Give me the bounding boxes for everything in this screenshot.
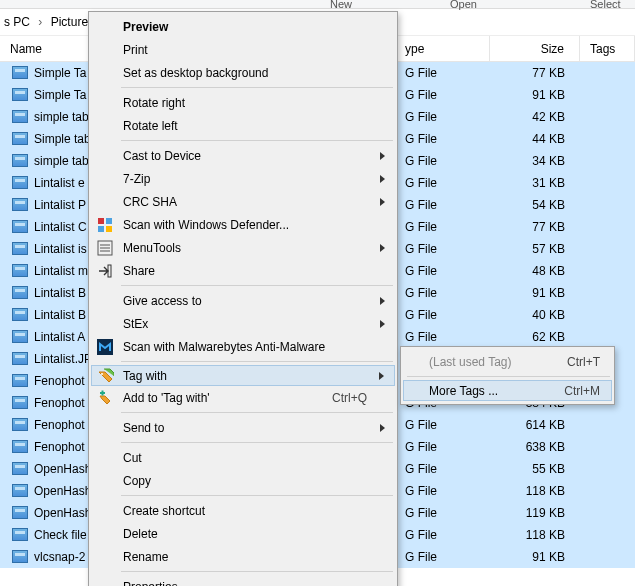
chevron-right-icon	[380, 198, 385, 206]
file-tags	[580, 128, 635, 150]
header-size[interactable]: Size	[490, 36, 580, 61]
file-type: G File	[395, 436, 490, 458]
menu-cut[interactable]: Cut	[91, 446, 395, 469]
menu-share[interactable]: Share	[91, 259, 395, 282]
header-type[interactable]: ype	[395, 36, 490, 61]
file-size: 638 KB	[490, 436, 580, 458]
ribbon-new-label: New	[330, 0, 352, 10]
menu-separator	[121, 442, 393, 443]
image-file-icon	[12, 286, 28, 299]
file-name: Fenophot	[34, 374, 85, 388]
crumb-pc[interactable]: s PC	[4, 15, 30, 29]
file-type: G File	[395, 62, 490, 84]
menu-rotate-right[interactable]: Rotate right	[91, 91, 395, 114]
menu-set-desktop-background[interactable]: Set as desktop background	[91, 61, 395, 84]
menu-menutools[interactable]: MenuTools	[91, 236, 395, 259]
chevron-right-icon	[380, 297, 385, 305]
file-type: G File	[395, 194, 490, 216]
file-name: Simple tab	[34, 132, 91, 146]
menu-cast-to-device[interactable]: Cast to Device	[91, 144, 395, 167]
menu-rotate-left[interactable]: Rotate left	[91, 114, 395, 137]
image-file-icon	[12, 264, 28, 277]
shield-icon	[97, 217, 113, 233]
menu-crc-sha[interactable]: CRC SHA	[91, 190, 395, 213]
file-size: 77 KB	[490, 216, 580, 238]
file-name: Lintalist B	[34, 308, 86, 322]
menu-create-shortcut[interactable]: Create shortcut	[91, 499, 395, 522]
ribbon-open-label: Open	[450, 0, 477, 10]
menu-scan-malwarebytes[interactable]: Scan with Malwarebytes Anti-Malware	[91, 335, 395, 358]
menu-properties[interactable]: Properties	[91, 575, 395, 586]
image-file-icon	[12, 352, 28, 365]
image-file-icon	[12, 198, 28, 211]
image-file-icon	[12, 176, 28, 189]
file-name: Fenophot	[34, 418, 85, 432]
menu-tag-with[interactable]: Tag with	[91, 365, 395, 386]
file-name: OpenHash	[34, 462, 91, 476]
file-tags	[580, 524, 635, 546]
file-name: Lintalist B	[34, 286, 86, 300]
tag-icon	[98, 368, 114, 384]
file-name: Lintalist.JP	[34, 352, 92, 366]
image-file-icon	[12, 396, 28, 409]
file-size: 34 KB	[490, 150, 580, 172]
menu-stex[interactable]: StEx	[91, 312, 395, 335]
file-tags	[580, 546, 635, 568]
menu-print[interactable]: Print	[91, 38, 395, 61]
file-type: G File	[395, 150, 490, 172]
menu-copy[interactable]: Copy	[91, 469, 395, 492]
file-tags	[580, 282, 635, 304]
file-type: G File	[395, 326, 490, 348]
menu-7zip[interactable]: 7-Zip	[91, 167, 395, 190]
svg-rect-0	[98, 218, 104, 224]
menu-delete[interactable]: Delete	[91, 522, 395, 545]
svg-rect-3	[106, 226, 112, 232]
menu-send-to[interactable]: Send to	[91, 416, 395, 439]
menu-scan-defender[interactable]: Scan with Windows Defender...	[91, 213, 395, 236]
menu-preview[interactable]: Preview	[91, 15, 395, 38]
image-file-icon	[12, 550, 28, 563]
image-file-icon	[12, 462, 28, 475]
file-size: 40 KB	[490, 304, 580, 326]
image-file-icon	[12, 220, 28, 233]
image-file-icon	[12, 154, 28, 167]
file-size: 118 KB	[490, 524, 580, 546]
file-size: 77 KB	[490, 62, 580, 84]
file-size: 44 KB	[490, 128, 580, 150]
chevron-right-icon	[380, 320, 385, 328]
file-size: 42 KB	[490, 106, 580, 128]
file-size: 91 KB	[490, 84, 580, 106]
chevron-right-icon	[380, 175, 385, 183]
svg-rect-2	[98, 226, 104, 232]
file-tags	[580, 62, 635, 84]
menu-separator	[121, 412, 393, 413]
ribbon-select-label: Select	[590, 0, 621, 10]
file-name: Simple Ta	[34, 88, 86, 102]
file-size: 91 KB	[490, 546, 580, 568]
file-type: G File	[395, 172, 490, 194]
file-tags	[580, 216, 635, 238]
file-size: 62 KB	[490, 326, 580, 348]
file-name: Lintalist P	[34, 198, 86, 212]
submenu-more-tags[interactable]: More Tags ... Ctrl+M	[403, 380, 612, 401]
file-tags	[580, 480, 635, 502]
chevron-right-icon	[380, 424, 385, 432]
file-tags	[580, 326, 635, 348]
file-tags	[580, 238, 635, 260]
file-tags	[580, 436, 635, 458]
file-size: 57 KB	[490, 238, 580, 260]
chevron-right-icon	[380, 244, 385, 252]
menu-rename[interactable]: Rename	[91, 545, 395, 568]
file-name: Check file	[34, 528, 87, 542]
file-name: Lintalist C	[34, 220, 87, 234]
menu-separator	[121, 87, 393, 88]
chevron-right-icon	[379, 372, 384, 380]
file-name: simple tab	[34, 154, 89, 168]
file-type: G File	[395, 216, 490, 238]
submenu-last-used-tag[interactable]: (Last used Tag) Ctrl+T	[403, 350, 612, 373]
file-type: G File	[395, 414, 490, 436]
menu-add-to-tag-with[interactable]: Add to 'Tag with'Ctrl+Q	[91, 386, 395, 409]
file-size: 118 KB	[490, 480, 580, 502]
menu-give-access[interactable]: Give access to	[91, 289, 395, 312]
header-tags[interactable]: Tags	[580, 36, 635, 61]
